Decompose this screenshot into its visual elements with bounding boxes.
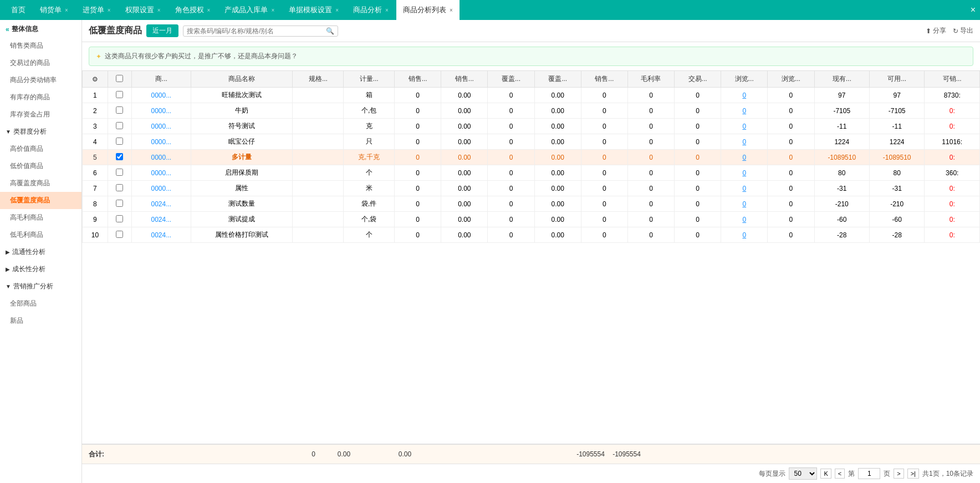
tab-product-analysis[interactable]: 商品分析 × <box>346 0 395 20</box>
cell-checkbox[interactable] <box>108 150 131 165</box>
settings-icon[interactable]: ⚙ <box>92 75 98 83</box>
th-checkbox[interactable] <box>108 71 131 88</box>
sidebar-item-with-stock[interactable]: 有库存的商品 <box>0 89 81 106</box>
first-page-button[interactable]: K <box>820 469 831 479</box>
sidebar-item-low-value[interactable]: 低价值商品 <box>0 157 81 175</box>
tab-home[interactable]: 首页 <box>4 0 32 20</box>
tab-product-instock[interactable]: 产成品入库单 × <box>218 0 281 20</box>
cell-view1[interactable]: 0 <box>721 181 768 196</box>
close-permission-settings-tab[interactable]: × <box>157 7 161 13</box>
th-coverage2[interactable]: 覆盖... <box>534 71 581 88</box>
cell-checkbox[interactable] <box>108 119 131 134</box>
sidebar-item-stock-capital[interactable]: 库存资金占用 <box>0 106 81 123</box>
cell-checkbox[interactable] <box>108 196 131 212</box>
cell-checkbox[interactable] <box>108 165 131 181</box>
row-checkbox[interactable] <box>116 122 123 129</box>
cell-view1[interactable]: 0 <box>721 212 768 227</box>
sidebar-item-sales-products[interactable]: 销售类商品 <box>0 37 81 54</box>
select-all-checkbox[interactable] <box>116 75 123 82</box>
th-unit[interactable]: 计量... <box>344 71 395 88</box>
th-view2[interactable]: 浏览... <box>768 71 814 88</box>
row-checkbox[interactable] <box>116 91 123 98</box>
th-sales1[interactable]: 销售... <box>395 71 441 88</box>
close-purchase-order-tab[interactable]: × <box>108 7 111 13</box>
sidebar-group-qty-analysis[interactable]: ▼ 类群度分析 <box>0 123 81 140</box>
th-sales3[interactable]: 销售... <box>581 71 627 88</box>
search-icon[interactable]: 🔍 <box>326 27 334 35</box>
close-sales-order-tab[interactable]: × <box>65 7 68 13</box>
sidebar-group-flow-analysis[interactable]: ▶ 流通性分析 <box>0 243 81 261</box>
cell-view1[interactable]: 0 <box>721 227 768 243</box>
cell-view1[interactable]: 0 <box>721 150 768 165</box>
pagination: 每页显示 50 100 200 K < 第 页 > >| 共1页，10条记录 <box>82 464 980 483</box>
cell-stock: 80 <box>814 165 869 181</box>
row-checkbox[interactable] <box>116 106 123 114</box>
tab-sales-order[interactable]: 销货单 × <box>33 0 75 20</box>
cell-checkbox[interactable] <box>108 212 131 227</box>
sidebar-item-high-coverage[interactable]: 高覆盖度商品 <box>0 175 81 192</box>
row-checkbox[interactable] <box>116 200 123 207</box>
row-checkbox[interactable] <box>116 153 123 160</box>
last-page-button[interactable]: >| <box>907 469 919 479</box>
sidebar-item-category-turnover[interactable]: 商品分类动销率 <box>0 72 81 89</box>
sidebar-item-low-margin[interactable]: 低毛利商品 <box>0 226 81 243</box>
per-page-select[interactable]: 50 100 200 <box>789 467 817 480</box>
close-template-settings-tab[interactable]: × <box>335 7 339 13</box>
sidebar-group-promo-analysis[interactable]: ▼ 营销推广分析 <box>0 278 81 295</box>
sidebar-item-all-products[interactable]: 全部商品 <box>0 295 81 312</box>
tab-purchase-order[interactable]: 进货单 × <box>76 0 118 20</box>
share-button[interactable]: ⬆ 分享 <box>926 26 946 35</box>
sidebar-item-high-value[interactable]: 高价值商品 <box>0 140 81 157</box>
row-checkbox[interactable] <box>116 169 123 176</box>
sidebar-group-growth-analysis[interactable]: ▶ 成长性分析 <box>0 261 81 278</box>
cell-view1[interactable]: 0 <box>721 196 768 212</box>
th-stock[interactable]: 现有... <box>814 71 869 88</box>
page-number-input[interactable] <box>858 468 880 479</box>
cell-checkbox[interactable] <box>108 134 131 150</box>
cell-view1[interactable]: 0 <box>721 119 768 134</box>
row-checkbox[interactable] <box>116 215 123 222</box>
sidebar-overall-section[interactable]: « 整体信息 <box>0 20 81 37</box>
th-code[interactable]: 商... <box>131 71 191 88</box>
cell-view1[interactable]: 0 <box>721 88 768 103</box>
tab-role-auth[interactable]: 角色授权 × <box>169 0 217 20</box>
next-page-button[interactable]: > <box>894 469 904 479</box>
close-all-tabs-button[interactable]: × <box>971 5 976 15</box>
cell-checkbox[interactable] <box>108 103 131 119</box>
export-button[interactable]: ↻ 导出 <box>953 26 973 35</box>
th-product-name[interactable]: 商品名称 <box>191 71 293 88</box>
search-input[interactable] <box>187 27 324 35</box>
th-sales2[interactable]: 销售... <box>441 71 488 88</box>
row-checkbox[interactable] <box>116 184 123 191</box>
close-product-analysis-tab[interactable]: × <box>385 7 389 13</box>
row-checkbox[interactable] <box>116 138 123 145</box>
close-product-analysis-list-tab[interactable]: × <box>450 7 453 13</box>
sidebar-item-high-margin[interactable]: 高毛利商品 <box>0 209 81 226</box>
cell-unit: 个 <box>344 165 395 181</box>
th-settings[interactable]: ⚙ <box>83 71 108 88</box>
sidebar-item-traded-products[interactable]: 交易过的商品 <box>0 54 81 72</box>
row-checkbox[interactable] <box>116 231 123 238</box>
th-coverage1[interactable]: 覆盖... <box>488 71 534 88</box>
th-trade[interactable]: 交易... <box>675 71 721 88</box>
tab-template-settings[interactable]: 单据模板设置 × <box>282 0 345 20</box>
cell-checkbox[interactable] <box>108 181 131 196</box>
close-role-auth-tab[interactable]: × <box>207 7 211 13</box>
tab-product-analysis-list[interactable]: 商品分析列表 × <box>396 0 460 20</box>
th-saleable[interactable]: 可销... <box>925 71 980 88</box>
prev-page-button[interactable]: < <box>835 469 845 479</box>
period-button[interactable]: 近一月 <box>146 24 178 37</box>
sidebar-item-new-products[interactable]: 新品 <box>0 312 81 329</box>
cell-view1[interactable]: 0 <box>721 103 768 119</box>
th-margin[interactable]: 毛利率 <box>627 71 674 88</box>
tab-permission-settings[interactable]: 权限设置 × <box>119 0 167 20</box>
th-spec[interactable]: 规格... <box>293 71 344 88</box>
sidebar-item-low-coverage[interactable]: 低覆盖度商品 <box>0 192 81 209</box>
th-avail[interactable]: 可用... <box>869 71 924 88</box>
cell-checkbox[interactable] <box>108 227 131 243</box>
cell-view1[interactable]: 0 <box>721 134 768 150</box>
close-product-instock-tab[interactable]: × <box>271 7 274 13</box>
th-view1[interactable]: 浏览... <box>721 71 768 88</box>
cell-checkbox[interactable] <box>108 88 131 103</box>
cell-view1[interactable]: 0 <box>721 165 768 181</box>
